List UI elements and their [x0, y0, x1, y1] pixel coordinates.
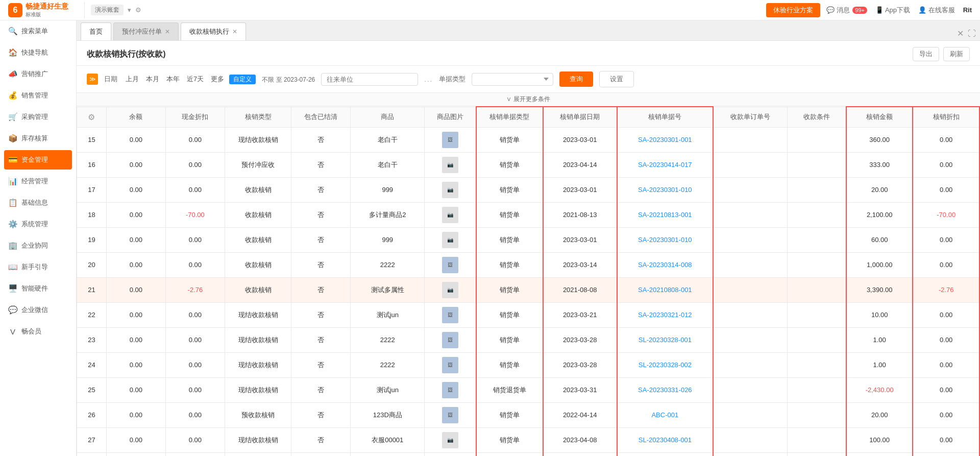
data-table: ⚙ 余额 现金折扣 核销类型 包含已结清 商品 商品图片 核销单据类型 核销单据… — [77, 106, 980, 456]
td-verify-bill-no[interactable]: SL-20230408-001 — [617, 427, 713, 452]
th-goods: 商品 — [351, 107, 425, 127]
settings-button[interactable]: 设置 — [599, 71, 634, 87]
td-verify-bill-no[interactable]: SA-20230301-001 — [617, 127, 713, 152]
sidebar-item-search[interactable]: 🔍 搜索菜单 — [0, 20, 76, 42]
td-verify-amount: 1.00 — [846, 352, 913, 377]
bill-no-link[interactable]: SL-20230408-001 — [639, 436, 692, 444]
table-row: 15 0.00 0.00 现结收款核销 否 老白干 🖼 销货单 2023-03-… — [77, 127, 980, 152]
refresh-button[interactable]: 刷新 — [943, 47, 970, 61]
tab-prepay-close[interactable]: ✕ — [165, 28, 170, 35]
sidebar-item-hardware[interactable]: 🖥️ 智能硬件 — [0, 278, 76, 299]
filter-collapse-btn[interactable]: ≫ — [87, 74, 98, 85]
marketing-icon: 📣 — [8, 69, 17, 79]
td-verify-discount: -70.00 — [913, 202, 979, 227]
bill-no-link[interactable]: SA-20230301-010 — [638, 186, 692, 194]
td-verify-discount: 0.00 — [913, 152, 979, 177]
bill-no-link[interactable]: SA-20230301-010 — [638, 236, 692, 244]
td-verify-bill-no[interactable]: SA-20210813-001 — [617, 202, 713, 227]
bill-type-label: 单据类型 — [439, 75, 465, 84]
td-verify-bill-no[interactable]: SA-20230301-010 — [617, 177, 713, 202]
td-no: 20 — [77, 252, 107, 277]
purchase-icon: 🛒 — [8, 112, 17, 122]
td-verify-bill-no[interactable]: SA-20230331-026 — [617, 377, 713, 402]
expand-more-btn[interactable]: ∨ 展开更多条件 — [77, 93, 980, 106]
settings-icon[interactable]: ⚙ — [135, 6, 141, 14]
bill-no-link[interactable]: SA-20210813-001 — [638, 211, 692, 219]
tab-home[interactable]: 首页 — [81, 22, 111, 40]
td-verify-bill-no[interactable]: ABC-001 — [617, 402, 713, 427]
th-verify-bill-no: 核销单据号 — [617, 107, 713, 127]
date-btn-more[interactable]: 更多 — [209, 74, 226, 85]
td-verify-bill-no[interactable]: SL-20230328-001 — [617, 327, 713, 352]
td-verify-bill-no[interactable]: SL-20230418-001 — [617, 452, 713, 456]
tab-receivable[interactable]: 收款核销执行 ✕ — [181, 22, 246, 40]
td-receipt-order-no — [713, 252, 787, 277]
date-custom-btn[interactable]: 自定义 — [229, 75, 256, 84]
inventory-icon: 📦 — [8, 134, 17, 143]
bill-no-link[interactable]: SA-20230414-017 — [638, 161, 692, 169]
td-balance: 0.00 — [106, 377, 165, 402]
sidebar-item-purchase[interactable]: 🛒 采购管理 — [0, 106, 76, 128]
column-settings-icon[interactable]: ⚙ — [88, 113, 95, 122]
td-verify-bill-no[interactable]: SL-20230328-002 — [617, 352, 713, 377]
app-download[interactable]: 📱 App下载 — [875, 6, 910, 15]
industry-btn[interactable]: 休验行业方案 — [766, 3, 820, 17]
tab-receivable-close[interactable]: ✕ — [232, 28, 237, 35]
sidebar-item-guide[interactable]: 📖 新手引导 — [0, 256, 76, 278]
page-header: 收款核销执行(按收款) 导出 刷新 — [77, 41, 980, 66]
td-verify-bill-date: 2023-04-08 — [543, 427, 617, 452]
td-verify-bill-no[interactable]: SA-20230321-012 — [617, 302, 713, 327]
tab-prepay[interactable]: 预付冲应付单 ✕ — [113, 22, 179, 40]
bill-no-link[interactable]: SA-20230314-008 — [638, 261, 692, 269]
sidebar-item-member[interactable]: V 畅会员 — [0, 321, 76, 342]
td-cash-discount: -70.00 — [165, 202, 225, 227]
th-verify-bill-date: 核销单据日期 — [543, 107, 617, 127]
sidebar-label-enterprise: 企业协同 — [21, 241, 48, 250]
bill-no-link[interactable]: ABC-001 — [651, 411, 678, 419]
bill-no-link[interactable]: SA-20230301-001 — [638, 136, 692, 143]
td-goods: 2222 — [351, 352, 425, 377]
date-btn-this-year[interactable]: 本年 — [164, 74, 182, 85]
td-verify-amount: 100.00 — [846, 427, 913, 452]
sidebar-item-quick-nav[interactable]: 🏠 快捷导航 — [0, 42, 76, 63]
date-btn-this-month[interactable]: 本月 — [144, 74, 161, 85]
td-verify-type: 现结收款核销 — [225, 452, 291, 456]
online-service[interactable]: 👤 在线客服 — [918, 6, 955, 15]
sidebar-item-system[interactable]: ⚙️ 系统管理 — [0, 213, 76, 235]
bill-no-link[interactable]: SL-20230328-002 — [639, 361, 692, 369]
td-balance: 0.00 — [106, 402, 165, 427]
window-close-icon[interactable]: ✕ — [957, 29, 964, 38]
messages-icon-area[interactable]: 💬 消息 99+ — [826, 6, 867, 15]
td-verify-bill-no[interactable]: SA-20230301-010 — [617, 227, 713, 252]
sidebar-item-marketing[interactable]: 📣 营销推广 — [0, 63, 76, 85]
date-btn-7days[interactable]: 近7天 — [185, 74, 206, 85]
th-receipt-condition: 收款条件 — [787, 107, 846, 127]
date-btn-last-month[interactable]: 上月 — [124, 74, 141, 85]
sales-icon: 💰 — [8, 91, 17, 100]
query-button[interactable]: 查询 — [559, 71, 593, 87]
bill-no-link[interactable]: SA-20230321-012 — [638, 311, 692, 319]
system-icon: ⚙️ — [8, 220, 17, 229]
td-verify-discount: 0.00 — [913, 377, 979, 402]
sidebar-item-inventory[interactable]: 📦 库存核算 — [0, 128, 76, 149]
td-verify-bill-no[interactable]: SA-20230414-017 — [617, 152, 713, 177]
sidebar-item-enterprise[interactable]: 🏢 企业协同 — [0, 235, 76, 256]
td-include-settled: 否 — [291, 302, 351, 327]
company-dropdown-icon[interactable]: ▾ — [128, 6, 131, 14]
sidebar-label-wechat: 企业微信 — [21, 305, 48, 315]
bill-type-select[interactable] — [472, 73, 553, 86]
bill-no-link[interactable]: SL-20230328-001 — [639, 336, 692, 344]
sidebar-item-wechat[interactable]: 💬 企业微信 — [0, 299, 76, 321]
sidebar-item-operations[interactable]: 📊 经营管理 — [0, 171, 76, 192]
bill-no-link[interactable]: SA-20210808-001 — [638, 286, 692, 294]
sidebar-item-sales[interactable]: 💰 销售管理 — [0, 85, 76, 106]
td-verify-bill-no[interactable]: SA-20210808-001 — [617, 277, 713, 302]
td-verify-bill-no[interactable]: SA-20230314-008 — [617, 252, 713, 277]
sidebar-item-funds[interactable]: 💳 资金管理 — [4, 150, 72, 170]
sidebar-item-basic-info[interactable]: 📋 基础信息 — [0, 192, 76, 213]
td-no: 18 — [77, 202, 107, 227]
export-button[interactable]: 导出 — [913, 47, 939, 61]
window-maximize-icon[interactable]: ⛶ — [968, 29, 976, 38]
from-unit-input[interactable] — [321, 73, 418, 86]
bill-no-link[interactable]: SA-20230331-026 — [638, 386, 692, 394]
